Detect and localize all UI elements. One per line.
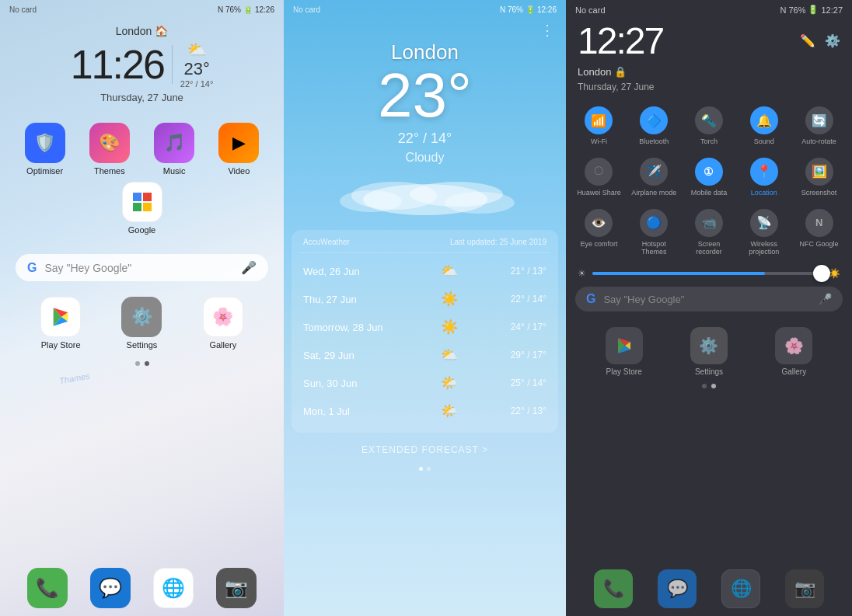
brightness-track[interactable]: [592, 272, 822, 275]
p1-weather-mini: ⛅ 23° 22° / 14°: [180, 40, 213, 89]
p1-dot1: [135, 361, 140, 366]
dock-camera[interactable]: 📷: [216, 568, 257, 608]
playstore-label: Play Store: [41, 340, 81, 350]
qs-eyecomfort[interactable]: 👁️ Eye comfort: [572, 203, 626, 261]
p3-gallery-label: Gallery: [781, 367, 806, 376]
p3-header-icons: ✏️ ⚙️: [800, 33, 840, 48]
p1-battery-icon: 🔋: [243, 5, 253, 14]
p3-dock-phone[interactable]: 📞: [594, 569, 633, 608]
qs-screenrecorder[interactable]: 📹 Screen recorder: [683, 203, 736, 261]
forecast-day-0: Wed, 26 Jun: [303, 266, 389, 277]
qs-nfc-label: NFC Google: [800, 240, 839, 249]
svg-rect-1: [143, 193, 152, 201]
p2-time: 12:26: [537, 5, 557, 14]
p1-status-bar: No card N 76% 🔋 12:26: [0, 0, 284, 17]
google-icon: [122, 182, 162, 222]
app-video[interactable]: ▶ Video: [215, 123, 262, 176]
qs-mobile-data[interactable]: ① Mobile data: [683, 151, 736, 201]
p2-dot2: [427, 467, 431, 471]
qs-nfc[interactable]: N NFC Google: [792, 203, 846, 261]
app-music[interactable]: 🎵 Music: [151, 123, 197, 176]
app-themes[interactable]: 🎨 Themes: [86, 123, 133, 176]
p1-time-widget: London 🏠 11:26 ⛅ 23° 22° / 14° Thursday,…: [0, 17, 284, 107]
p3-dock-camera[interactable]: 📷: [785, 569, 824, 608]
p3-brightness-slider[interactable]: ☀ ☀️: [578, 268, 840, 279]
p3-battery: 🔋: [808, 5, 819, 15]
p2-forecast-header: AccuWeather Last updated: 25 June 2019: [299, 238, 550, 253]
p2-more-options[interactable]: ⋮: [540, 22, 554, 39]
forecast-icon-1: ☀️: [438, 291, 461, 308]
qs-torch[interactable]: 🔦 Torch: [683, 100, 736, 150]
forecast-icon-2: ☀️: [438, 318, 461, 336]
qs-wifi[interactable]: 📶 Wi-Fi: [572, 100, 626, 150]
p1-clock-row: 11:26 ⛅ 23° 22° / 14°: [0, 40, 284, 89]
qs-autorotate-label: Auto-rotate: [801, 137, 836, 146]
p3-dock-chrome[interactable]: 🌐: [721, 569, 760, 608]
qs-sound-icon: 🔔: [750, 106, 778, 134]
app-settings[interactable]: ⚙️ Settings: [118, 297, 165, 350]
p3-dock-messages[interactable]: 💬: [658, 569, 697, 608]
p1-status-right: N 76% 🔋 12:26: [218, 5, 274, 14]
p3-app-playstore[interactable]: Play Store: [606, 327, 643, 376]
svg-point-13: [445, 192, 515, 214]
qs-autorotate[interactable]: 🔄 Auto-rotate: [792, 100, 846, 150]
p3-app-settings[interactable]: ⚙️ Settings: [690, 327, 728, 376]
p2-extended-forecast[interactable]: EXTENDED FORECAST >: [284, 433, 566, 467]
p1-search-bar[interactable]: G Say "Hey Google" 🎤: [16, 254, 268, 281]
app-gallery[interactable]: 🌸 Gallery: [200, 297, 246, 350]
qs-sound-label: Sound: [754, 137, 774, 146]
p1-range: 22° / 14°: [180, 79, 213, 89]
qs-screenshot[interactable]: 🖼️ Screenshot: [792, 151, 846, 201]
p3-search-bar[interactable]: G Say "Hey Google" 🎤: [575, 287, 843, 311]
qs-wireless[interactable]: 📡 Wireless projection: [737, 203, 791, 261]
qs-mobiledata-label: Mobile data: [691, 189, 728, 197]
svg-rect-2: [133, 203, 141, 211]
qs-airplane[interactable]: ✈️ Airplane mode: [627, 151, 681, 201]
p2-page-dots: [284, 467, 566, 475]
p3-settings-icon[interactable]: ⚙️: [825, 33, 840, 48]
qs-hotspot[interactable]: 🔵 Hotspot Themes: [627, 203, 681, 261]
forecast-row-5: Mon, 1 Jul 🌤️ 22° / 13°: [299, 397, 550, 425]
p3-app-gallery[interactable]: 🌸 Gallery: [775, 327, 812, 376]
p3-edit-icon[interactable]: ✏️: [800, 33, 815, 48]
forecast-day-4: Sun, 30 Jun: [303, 378, 389, 389]
gallery-label: Gallery: [209, 340, 236, 350]
qs-recorder-icon: 📹: [695, 209, 723, 237]
qs-huawei-share[interactable]: 〇 Huawei Share: [572, 151, 626, 201]
dock-messages[interactable]: 💬: [90, 568, 131, 608]
thames-label: Thames: [58, 371, 90, 386]
qs-sound[interactable]: 🔔 Sound: [737, 100, 791, 150]
forecast-temps-2: 24° / 17°: [511, 322, 546, 332]
dock-phone[interactable]: 📞: [27, 568, 68, 608]
qs-location[interactable]: 📍 Location: [737, 151, 791, 201]
p3-playstore-label: Play Store: [606, 367, 642, 376]
google-g-logo: G: [27, 261, 37, 275]
qs-hotspot-label: Hotspot Themes: [630, 240, 679, 257]
qs-bluetooth[interactable]: 🔷 Bluetooth: [627, 100, 681, 150]
app-google[interactable]: Google: [119, 182, 166, 235]
forecast-row-0: Wed, 26 Jun ⛅ 21° / 13°: [299, 257, 550, 285]
app-optimiser[interactable]: 🛡️ Optimiser: [22, 123, 68, 176]
video-label: Video: [228, 166, 250, 176]
p2-no-card: No card: [293, 5, 320, 14]
p3-dock: 📞 💬 🌐 📷: [566, 569, 852, 608]
forecast-temps-4: 25° / 14°: [511, 378, 546, 388]
p1-dot2: [145, 361, 149, 366]
qs-hotspot-icon: 🔵: [640, 209, 668, 237]
p1-temp: 23°: [183, 59, 209, 79]
forecast-icon-3: ⛅: [438, 346, 461, 364]
brightness-thumb[interactable]: [813, 265, 830, 282]
dock-chrome[interactable]: 🌐: [153, 568, 194, 608]
qs-screenshot-icon: 🖼️: [805, 158, 833, 186]
p1-dock: 📞 💬 🌐 📷: [0, 568, 284, 608]
forecast-temps-5: 22° / 13°: [511, 405, 546, 416]
p3-google-logo: G: [586, 292, 595, 306]
app-playstore[interactable]: Play Store: [37, 297, 84, 350]
google-folder-label: Google: [128, 225, 155, 235]
p1-search-placeholder: Say "Hey Google": [44, 262, 233, 274]
forecast-day-5: Mon, 1 Jul: [303, 405, 389, 417]
panel1-homescreen: No card N 76% 🔋 12:26 London 🏠 11:26 ⛅ 2…: [0, 0, 284, 616]
p1-app-grid: 🛡️ Optimiser 🎨 Themes 🎵 Music ▶ Video: [0, 107, 284, 242]
p2-status-right: N 76% 🔋 12:26: [500, 5, 557, 14]
forecast-row-1: Thu, 27 Jun ☀️ 22° / 14°: [299, 285, 550, 313]
